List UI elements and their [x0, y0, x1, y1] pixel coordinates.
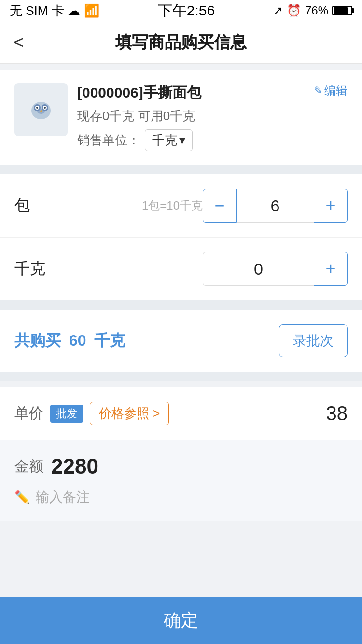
price-ref-button[interactable]: 价格参照 > [90, 402, 169, 425]
product-thumbnail [14, 83, 68, 136]
back-button[interactable]: < [14, 32, 24, 53]
record-batch-button[interactable]: 录批次 [279, 324, 348, 357]
product-stock: 现存0千克 可用0千克 [77, 108, 348, 125]
bao-increment-button[interactable]: + [314, 189, 348, 223]
bao-hint: 1包=10千克 [142, 198, 203, 213]
edit-label: 编辑 [324, 83, 348, 98]
amount-row: 金额 2280 [14, 454, 348, 478]
status-time: 下午2:56 [158, 1, 215, 21]
svg-point-6 [44, 107, 46, 109]
bao-row: 包 1包=10千克 − + [14, 174, 348, 237]
price-label: 单价 [14, 404, 43, 423]
remark-placeholder: 输入备注 [36, 488, 90, 506]
price-type-tag: 批发 [50, 405, 83, 423]
total-unit: 千克 [94, 332, 125, 349]
product-info: [0000006]手撕面包 ✎ 编辑 现存0千克 可用0千克 销售单位： 千克 … [77, 83, 348, 151]
kg-row: 千克 + [14, 238, 348, 300]
bao-input[interactable] [237, 189, 314, 223]
separator-2 [0, 300, 362, 310]
content-area [0, 521, 362, 597]
edit-icon: ✎ [314, 84, 322, 97]
remark-row[interactable]: ✏️ 输入备注 [14, 488, 348, 506]
alarm-icon: ⏰ [287, 4, 301, 17]
kg-label: 千克 [14, 258, 203, 280]
bao-section: 包 1包=10千克 − + [0, 174, 362, 237]
unit-label: 销售单位： [77, 132, 140, 149]
edit-button[interactable]: ✎ 编辑 [314, 83, 348, 98]
wifi-icon: 📶 [84, 3, 99, 18]
battery-icon [332, 6, 352, 15]
separator-1 [0, 165, 362, 174]
bao-label: 包 [14, 195, 137, 216]
product-unit: 销售单位： 千克 ▾ [77, 129, 348, 151]
bao-stepper: − + [203, 189, 348, 223]
amount-label: 金额 [14, 457, 43, 476]
unit-selector[interactable]: 千克 ▾ [145, 129, 193, 151]
status-left: 无 SIM 卡 ☁ 📶 [10, 2, 99, 19]
separator-3 [0, 372, 362, 381]
kg-increment-button[interactable]: + [314, 252, 348, 286]
location-icon: ↗ [273, 4, 283, 17]
amount-section: 金额 2280 ✏️ 输入备注 [0, 440, 362, 521]
total-prefix: 共购买 [14, 332, 61, 349]
bao-decrement-button[interactable]: − [203, 189, 237, 223]
product-card: [0000006]手撕面包 ✎ 编辑 现存0千克 可用0千克 销售单位： 千克 … [0, 70, 362, 165]
kg-input[interactable] [203, 252, 314, 286]
bao-label-group: 包 1包=10千克 [14, 195, 203, 216]
kg-stepper: + [203, 252, 348, 286]
total-text: 共购买 60 千克 [14, 330, 125, 351]
nav-bar: < 填写商品购买信息 [0, 21, 362, 64]
unit-value: 千克 [152, 132, 177, 149]
total-row: 共购买 60 千克 录批次 [0, 310, 362, 372]
svg-point-5 [36, 107, 38, 109]
total-amount: 60 [69, 332, 86, 349]
product-name: [0000006]手撕面包 [77, 83, 201, 103]
battery-pct: 76% [305, 4, 328, 17]
status-right: ↗ ⏰ 76% [273, 4, 352, 17]
product-thumb-image [27, 95, 56, 124]
status-bar: 无 SIM 卡 ☁ 📶 下午2:56 ↗ ⏰ 76% [0, 0, 362, 21]
page-title: 填写商品购买信息 [115, 31, 247, 54]
pencil-icon: ✏️ [14, 490, 30, 505]
confirm-button[interactable]: 确定 [0, 597, 362, 644]
sim-status: 无 SIM 卡 ☁ [10, 2, 80, 19]
kg-section: 千克 + [0, 238, 362, 300]
price-section: 单价 批发 价格参照 > 38 [0, 387, 362, 440]
amount-value: 2280 [51, 454, 98, 478]
price-value: 38 [326, 403, 348, 424]
dropdown-icon: ▾ [179, 133, 185, 148]
